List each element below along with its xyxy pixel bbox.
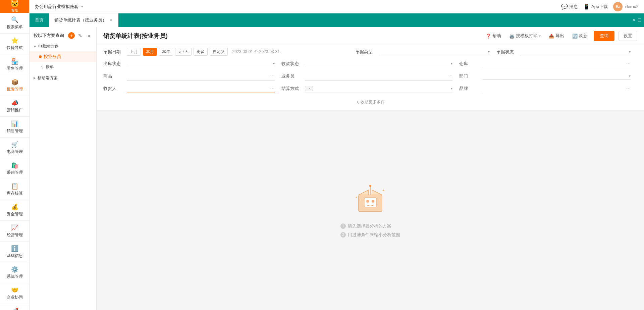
sidebar-item-basic[interactable]: ℹ️ 基础信息 (0, 242, 30, 262)
settings-button[interactable]: 设置 (619, 31, 637, 41)
tab-close-icon[interactable]: × (109, 18, 113, 22)
out-status-dropdown-icon: ▾ (273, 62, 275, 65)
sidebar-item-collab[interactable]: 🤝 企业协同 (0, 283, 30, 304)
salesperson-select[interactable]: ··· (305, 71, 453, 81)
export-button[interactable]: 📤 导出 (547, 32, 566, 40)
left-panel-actions: + ✎ « (68, 32, 92, 39)
avatar: Ea (613, 2, 623, 11)
date-btn-custom[interactable]: 自定义 (210, 48, 228, 56)
window-maximize-icon[interactable]: □ (638, 17, 641, 23)
right-content: 销货单统计表(按业务员) ❓ 帮助 🖨️ 按模板打印 ▾ 📤 导出 (97, 27, 644, 310)
brand-label: 品牌 (459, 86, 483, 92)
hint-item-2: 2 用过滤条件来缩小分析范围 (340, 230, 400, 239)
brand-select[interactable]: ··· (483, 84, 631, 93)
workspace-selector[interactable]: 办公用品行业模拟账套 ▾ (35, 4, 83, 10)
consignee-input[interactable]: ··· (127, 84, 275, 93)
payment-label: 结算方式 (281, 86, 305, 92)
query-button[interactable]: 查询 (594, 31, 614, 41)
scheme-dot (39, 55, 42, 58)
retail-icon: 🏪 (11, 58, 18, 65)
logo-icon: 🐱 (10, 0, 19, 7)
tab-spacer (118, 13, 630, 27)
consignee-dots[interactable]: ··· (269, 85, 274, 91)
window-close-icon[interactable]: × (632, 17, 635, 23)
svg-rect-3 (364, 198, 376, 207)
collect-status-control: ▾ (305, 60, 453, 67)
help-button[interactable]: ❓ 帮助 (484, 32, 503, 40)
sub-icon: ∿ (40, 65, 44, 69)
date-btn-this-month[interactable]: 本月 (143, 48, 157, 56)
filter-area: 单据日期 上月 本月 本年 近7天 更多 自定义 2023-03-01 至 20… (97, 44, 644, 111)
brand-dots[interactable]: ··· (625, 86, 631, 92)
logo-text: 标版 (11, 8, 18, 13)
wholesale-icon: 📦 (11, 79, 18, 86)
sidebar-item-wholesale[interactable]: 📦 批发管理 (0, 75, 30, 96)
doc-type-select[interactable]: ▾ (379, 49, 490, 55)
goods-dots[interactable]: ··· (269, 73, 274, 79)
sidebar-item-operations[interactable]: 📈 经营管理 (0, 221, 30, 242)
collect-status-dropdown-icon: ▾ (451, 62, 452, 65)
scheme-item-by-salesperson[interactable]: 按业务员 (30, 51, 96, 62)
goods-select[interactable]: ··· (127, 71, 275, 81)
scheme-sub-by-order[interactable]: ∿ 按单 (30, 62, 96, 72)
sidebar-shortcut[interactable]: ⭐ 快捷导航 (0, 34, 30, 54)
warehouse-dots[interactable]: ··· (625, 60, 631, 66)
sidebar-item-purchase[interactable]: 🛍️ 采购管理 (0, 158, 30, 179)
sidebar-item-retail[interactable]: 🏪 零售管理 (0, 54, 30, 75)
sidebar-item-ecommerce[interactable]: 🛒 电商管理 (0, 138, 30, 158)
doc-status-label: 单据状态 (496, 49, 520, 55)
sidebar-item-system[interactable]: ⚙️ 系统管理 (0, 262, 30, 283)
mobile-scheme-expand-icon (34, 77, 36, 80)
shortcut-icon: ⭐ (11, 37, 18, 44)
doc-type-control: ▾ (379, 49, 490, 55)
pc-scheme-section: 电脑端方案 按业务员 ∿ 按单 (30, 42, 96, 72)
collapse-panel-button[interactable]: « (86, 32, 92, 39)
sidebar-item-finance[interactable]: 💰 资金管理 (0, 200, 30, 221)
content-area: 按以下方案查询 + ✎ « 电脑端方案 (30, 27, 644, 310)
user-profile[interactable]: Ea demo2 (613, 2, 639, 11)
out-status-label: 出库状态 (103, 61, 127, 67)
refresh-button[interactable]: 🔄 刷新 (570, 32, 590, 40)
page-header-actions: ❓ 帮助 🖨️ 按模板打印 ▾ 📤 导出 🔄 刷新 (484, 31, 637, 41)
message-action[interactable]: 💬 消息 (561, 3, 578, 10)
warehouse-select[interactable]: ··· (483, 59, 631, 68)
collapse-filters-button[interactable]: ∧ 收起更多条件 (103, 97, 637, 106)
sidebar-logo[interactable]: 🐱 标版 (0, 0, 30, 13)
department-select[interactable]: ▾ (483, 73, 631, 80)
payment-select[interactable]: × ▾ (305, 85, 453, 93)
message-icon: 💬 (561, 3, 568, 10)
date-btn-last-month[interactable]: 上月 (127, 48, 141, 56)
doc-type-dropdown-icon: ▾ (488, 50, 490, 54)
pc-scheme-header[interactable]: 电脑端方案 (30, 42, 96, 51)
doc-status-select[interactable]: ▾ (520, 49, 631, 55)
salesperson-dots[interactable]: ··· (447, 73, 452, 79)
date-btn-7days[interactable]: 近7天 (175, 48, 192, 56)
export-icon: 📤 (549, 34, 554, 39)
marketing-icon: 📣 (11, 99, 18, 107)
payment-clear-icon[interactable]: × (309, 87, 311, 91)
pc-scheme-expand-icon (34, 46, 36, 48)
ecommerce-icon: 🛒 (11, 141, 18, 148)
edit-scheme-button[interactable]: ✎ (77, 32, 84, 39)
date-btn-this-year[interactable]: 本年 (159, 48, 173, 56)
sidebar-item-marketing[interactable]: 📣 营销推广 (0, 96, 30, 117)
sidebar-item-inventory[interactable]: 📋 库存核算 (0, 179, 30, 200)
app-download-action[interactable]: 📱 App下载 (583, 3, 608, 10)
salesperson-control: ··· (305, 71, 453, 81)
collect-status-label: 收款状态 (281, 61, 305, 67)
tab-home[interactable]: 首页 (30, 13, 49, 27)
add-scheme-button[interactable]: + (68, 32, 75, 39)
date-btn-more[interactable]: 更多 (194, 48, 208, 56)
sidebar-search[interactable]: 🔍 搜索菜单 (0, 13, 30, 34)
sidebar-item-guide[interactable]: 🚀 新手引导 (0, 304, 30, 310)
doc-status-dropdown-icon: ▾ (629, 50, 631, 54)
date-range-text: 2023-03-01 至 2023-03-31 (232, 49, 280, 55)
tab-active[interactable]: 销货单统计表（按业务员） × (49, 13, 118, 27)
mobile-scheme-header[interactable]: 移动端方案 (30, 73, 96, 83)
print-button[interactable]: 🖨️ 按模板打印 ▾ (507, 32, 543, 40)
out-status-select[interactable]: ▾ (127, 60, 275, 67)
collect-status-select[interactable]: ▾ (305, 60, 453, 67)
sidebar-item-sales[interactable]: 📊 销售管理 (0, 117, 30, 138)
search-icon: 🔍 (11, 16, 18, 23)
doc-status-control: ▾ (520, 49, 631, 55)
